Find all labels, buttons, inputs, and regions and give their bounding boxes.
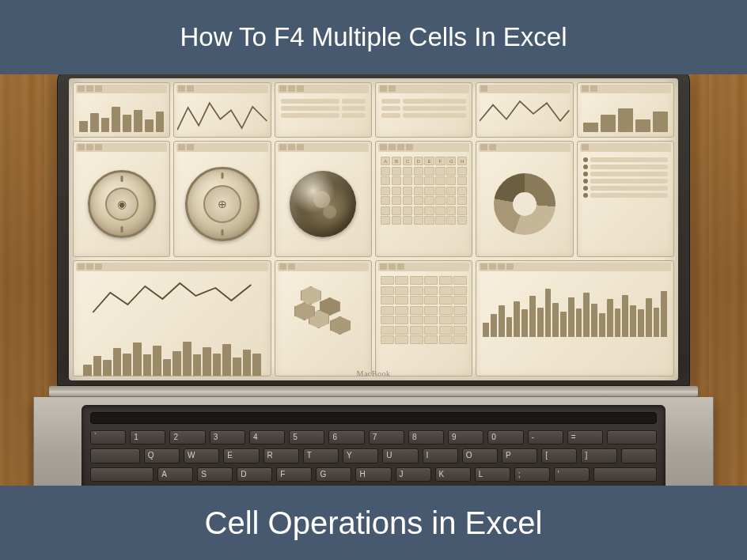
- key: 0: [487, 430, 523, 445]
- key: 1: [130, 430, 165, 445]
- key-backslash: [621, 448, 657, 463]
- key: 4: [249, 430, 285, 445]
- dashboard-panel-legend: [577, 141, 674, 257]
- key: 6: [328, 430, 364, 445]
- key: 3: [210, 430, 245, 445]
- key: [: [541, 448, 577, 463]
- dashboard-panel-hexagons: [275, 260, 372, 376]
- dashboard-panel-bars-2: [577, 82, 674, 138]
- dashboard-panel-data-2: [375, 82, 472, 138]
- key: Q: [144, 448, 180, 463]
- dashboard-panel-spreadsheet: ABCDEFGH: [375, 141, 472, 257]
- dashboard-panel-dial-center: ⊕: [173, 141, 271, 257]
- keyboard-touchbar: [90, 412, 657, 424]
- top-banner-text: How To F4 Multiple Cells In Excel: [180, 22, 567, 52]
- key-tab: [90, 448, 140, 463]
- dashboard-panel-dial-left: ◉: [73, 141, 170, 257]
- globe-icon: [290, 171, 356, 237]
- key: `: [90, 430, 126, 445]
- key: E: [223, 448, 259, 463]
- key: -: [528, 430, 563, 445]
- laptop-screen-frame: ◉ ⊕ ABCDEFGH: [57, 70, 690, 386]
- laptop-screen-content: ◉ ⊕ ABCDEFGH: [69, 78, 678, 380]
- key: Y: [343, 448, 378, 463]
- dashboard-panel-table: [375, 260, 472, 376]
- dashboard-panel-bars-wide: [476, 260, 674, 376]
- key: L: [475, 467, 510, 482]
- key: 7: [369, 430, 404, 445]
- laptop-brand-text: MacBook: [357, 369, 391, 378]
- key-row-1: ` 1 2 3 4 5 6 7 8 9 0 - =: [90, 430, 657, 445]
- dashboard-panel-data-1: [275, 82, 372, 138]
- key: S: [197, 467, 233, 482]
- key: K: [435, 467, 471, 482]
- key: H: [355, 467, 391, 482]
- dashboard-panel-sparkline-2: [476, 82, 573, 138]
- dashboard-panel-bars-1: [73, 82, 170, 138]
- bottom-banner: Cell Operations in Excel: [0, 486, 747, 560]
- key: 8: [408, 430, 444, 445]
- key: 9: [448, 430, 483, 445]
- key-capslock: [90, 467, 154, 482]
- key: I: [423, 448, 458, 463]
- key: P: [502, 448, 537, 463]
- key: R: [264, 448, 299, 463]
- laptop-illustration: ◉ ⊕ ABCDEFGH: [57, 70, 690, 516]
- key: ;: [514, 467, 550, 482]
- key: ]: [581, 448, 616, 463]
- key: U: [382, 448, 418, 463]
- key: T: [303, 448, 339, 463]
- key: W: [184, 448, 219, 463]
- dashboard-panel-combo-chart: [73, 260, 271, 376]
- key: O: [462, 448, 498, 463]
- key: G: [316, 467, 351, 482]
- dashboard-panel-globe: [275, 141, 372, 257]
- key: F: [276, 467, 312, 482]
- key: D: [237, 467, 272, 482]
- key-row-2: Q W E R T Y U I O P [ ]: [90, 448, 657, 463]
- key: =: [567, 430, 603, 445]
- key-row-3: A S D F G H J K L ; ': [90, 467, 657, 482]
- dashboard-panel-donut: [476, 141, 573, 257]
- key-delete: [607, 430, 657, 445]
- key: ': [554, 467, 590, 482]
- key-return: [593, 467, 657, 482]
- key: J: [396, 467, 431, 482]
- bottom-banner-text: Cell Operations in Excel: [205, 505, 543, 541]
- key: 5: [289, 430, 324, 445]
- dashboard-panel-sparkline-1: [173, 82, 271, 138]
- top-banner: How To F4 Multiple Cells In Excel: [0, 0, 747, 74]
- key: A: [157, 467, 193, 482]
- laptop-hinge: [49, 386, 698, 397]
- donut-chart-icon: [494, 173, 556, 235]
- key: 2: [169, 430, 205, 445]
